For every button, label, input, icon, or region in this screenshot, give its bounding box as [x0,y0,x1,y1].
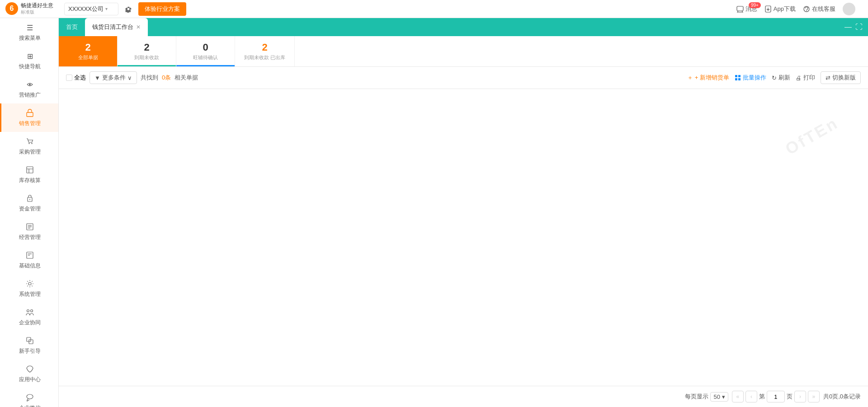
sidebar-item-label: 营销推广 [19,91,41,99]
last-page-icon: » [812,393,816,400]
marketing-icon [25,80,35,89]
found-suffix: 相关单据 [175,74,198,82]
print-button[interactable]: 🖨 打印 [796,74,815,82]
next-page-button[interactable]: › [794,391,806,402]
page-navigation: « ‹ 第 页 › » [732,391,820,402]
inventory-icon [25,165,35,175]
sidebar-item-system-mgmt[interactable]: 系统管理 [0,274,58,303]
filter-chevron-icon: ∨ [127,75,132,81]
sidebar-item-enterprise-coop[interactable]: 企业协同 [0,303,58,331]
sidebar-item-quick-nav[interactable]: ⊞ 快捷导航 [0,47,58,75]
checkbox-input[interactable] [66,75,72,81]
sidebar-item-inventory[interactable]: 库存核算 [0,160,58,189]
svg-point-20 [31,310,33,312]
stat-card-overdue-unshipped[interactable]: 2 到期未收款 已出库 [235,36,295,66]
batch-label: 批量操作 [743,74,766,82]
app-subtitle: 标准版 [21,9,53,15]
sidebar-item-search-menu[interactable]: ☰ 搜索菜单 [0,18,58,47]
found-count: 0条 [162,74,171,82]
sidebar-item-label: 基础信息 [19,262,41,270]
per-page-select[interactable]: 50 ▾ [710,392,728,402]
stat-label-overdue-unpaid: 到期未收款 [134,54,159,61]
toolbar-right: ＋ + 新增销货单 批量操作 ↻ 刷新 🖨 打印 [687,71,861,84]
sidebar-item-marketing[interactable]: 营销推广 [0,75,58,103]
per-page-chevron-icon: ▾ [722,393,725,400]
company-name: XXXXXX公司 [68,5,104,13]
stat-card-all[interactable]: 2 全部单据 [59,36,118,66]
sidebar-item-sales-mgmt[interactable]: 销售管理 [0,103,58,132]
sidebar-item-beginner-guide[interactable]: 新手引导 [0,331,58,360]
toolbar: 全选 ▼ 更多条件 ∨ 共找到 0条 相关单据 ＋ + 新增销货单 [59,67,868,89]
messages-badge: 99+ [749,2,761,8]
refresh-button[interactable]: ↻ 刷新 [772,74,790,82]
sidebar-item-label: 采购管理 [19,148,41,156]
sidebar-item-enterprise-wechat[interactable]: 企业微信 [0,388,58,407]
stat-card-overdue-unpaid[interactable]: 2 到期未收款 [118,36,176,66]
enterprise-coop-icon [25,307,35,317]
sidebar-item-label: 销售管理 [19,120,41,127]
stat-card-pending-confirm[interactable]: 0 旺辅待确认 [176,36,235,66]
logo-area: 6 畅捷通好生意 标准版 [5,2,64,15]
online-service-button[interactable]: 在线客服 [803,5,835,13]
content-area: 首页 钱货日清工作台 ✕ — ⛶ 2 全部单据 2 到期未收款 [59,18,868,407]
svg-rect-5 [27,112,33,117]
select-all-checkbox[interactable]: 全选 [66,74,86,82]
enterprise-wechat-icon [25,393,35,402]
avatar[interactable] [843,3,855,15]
tab-home[interactable]: 首页 [59,18,85,36]
sidebar-item-app-center[interactable]: 应用中心 [0,360,58,388]
svg-point-6 [28,143,29,144]
sidebar-item-label: 系统管理 [19,290,41,298]
filter-icon: ▼ [94,75,100,81]
sidebar-item-finance[interactable]: 资金管理 [0,189,58,217]
top-header: 6 畅捷通好生意 标准版 XXXXXX公司 ▾ 体验行业方案 消息 99+ Ap… [0,0,868,18]
stat-number-overdue-unpaid: 2 [144,42,149,53]
refresh-icon: ↻ [772,75,777,81]
refresh-label: 刷新 [778,74,790,82]
tab-cash-flow-label: 钱货日清工作台 [92,23,133,31]
tab-bar: 首页 钱货日清工作台 ✕ — ⛶ [59,18,868,36]
finance-icon [25,193,35,203]
sidebar-item-operations[interactable]: 经营管理 [0,217,58,246]
sidebar-item-label: 企业协同 [19,319,41,327]
prev-page-button[interactable]: ‹ [745,391,757,402]
svg-rect-27 [738,78,741,80]
table-area [59,89,868,386]
quick-nav-icon: ⊞ [25,51,35,61]
beginner-guide-icon [25,336,35,346]
switch-version-button[interactable]: ⇄ 切换新版 [821,71,861,84]
stat-label-overdue-unshipped: 到期未收款 已出库 [244,54,285,61]
sidebar-item-label: 快捷导航 [19,63,41,70]
prev-page-icon: ‹ [750,393,752,400]
operations-icon [25,222,35,232]
stat-label-all: 全部单据 [78,54,98,61]
sidebar-item-basic-info[interactable]: 基础信息 [0,246,58,274]
trial-button[interactable]: 体验行业方案 [138,2,186,16]
first-page-button[interactable]: « [732,391,744,402]
svg-point-19 [27,310,29,312]
messages-button[interactable]: 消息 99+ [736,5,757,13]
company-selector[interactable]: XXXXXX公司 ▾ [64,3,118,15]
tab-close-icon[interactable]: ✕ [136,24,141,30]
tab-cash-flow[interactable]: 钱货日清工作台 ✕ [85,18,148,36]
batch-operation-button[interactable]: 批量操作 [735,74,766,82]
tab-minimize-icon[interactable]: — [844,23,852,31]
sidebar-item-label: 新手引导 [19,347,41,355]
app-download-label: App下载 [774,5,796,13]
add-sales-order-button[interactable]: ＋ + 新增销货单 [687,74,729,82]
svg-point-18 [28,282,31,285]
svg-rect-0 [737,6,743,11]
sales-mgmt-icon [25,108,35,118]
page-number-input[interactable] [767,391,785,402]
sidebar-item-purchase-mgmt[interactable]: 采购管理 [0,132,58,160]
sidebar-item-label: 资金管理 [19,205,41,213]
page-label-prefix: 第 [759,393,765,401]
filter-button[interactable]: ▼ 更多条件 ∨ [90,71,137,84]
settings-button[interactable] [122,3,135,15]
stat-number-overdue-unshipped: 2 [262,42,267,53]
tab-maximize-icon[interactable]: ⛶ [855,23,863,31]
last-page-button[interactable]: » [808,391,820,402]
svg-point-7 [31,143,32,144]
stats-row: 2 全部单据 2 到期未收款 0 旺辅待确认 2 到期未收款 已出库 [59,36,868,67]
app-download-button[interactable]: App下载 [764,5,796,13]
